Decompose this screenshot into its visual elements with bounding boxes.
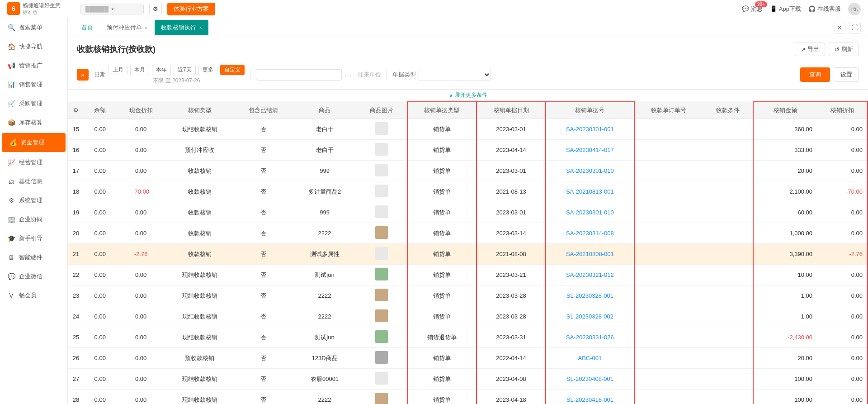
settings-icon[interactable]: ⚙ — [149, 3, 162, 15]
tab-close-window-button[interactable]: ✕ — [834, 22, 845, 33]
bill-no-link[interactable]: SA-20230301-010 — [566, 209, 614, 216]
sidebar-item-quick-nav[interactable]: 🏠 快捷导航 — [0, 37, 67, 56]
product-image — [375, 289, 388, 301]
cell-bill-no[interactable]: SA-20230301-010 — [546, 202, 634, 223]
cell-bill-no[interactable]: SL-20230328-001 — [546, 285, 634, 306]
cell-amount: 3,390.00 — [753, 244, 817, 265]
cell-bill-no[interactable]: SA-20230314-008 — [546, 223, 634, 244]
bill-no-link[interactable]: SA-20230301-001 — [566, 126, 614, 133]
cell-balance: 0.00 — [84, 119, 116, 140]
th-amount: 核销金额 — [753, 102, 817, 119]
tab2-close-icon[interactable]: × — [199, 25, 202, 30]
bill-no-link[interactable]: SA-20210813-001 — [566, 188, 614, 195]
date-7days-btn[interactable]: 近7天 — [174, 65, 196, 75]
refresh-button[interactable]: ↺ 刷新 — [829, 43, 859, 56]
tab-writeoff[interactable]: 收款核销执行 × — [155, 20, 208, 35]
user-avatar[interactable]: Rit — [848, 3, 861, 15]
industry-button[interactable]: 体验行业方案 — [167, 3, 215, 15]
bill-no-link[interactable]: SA-20230321-012 — [566, 271, 614, 278]
date-this-month-btn[interactable]: 本月 — [130, 65, 149, 75]
cell-payment-terms — [703, 244, 753, 265]
cell-product: 123D商品 — [292, 348, 356, 369]
bill-no-link[interactable]: SA-20230414-017 — [566, 147, 614, 153]
table-row: 16 0.00 0.00 预付冲应收 否 老白干 销货单 2023-04-14 … — [68, 140, 868, 161]
tab-home[interactable]: 首页 — [75, 20, 99, 35]
sidebar-item-system[interactable]: ⚙ 系统管理 — [0, 191, 67, 210]
cell-product: 测试多属性 — [292, 244, 356, 265]
expand-more-bar: ∨ 展开更多条件 — [68, 90, 868, 101]
sidebar-item-operations[interactable]: 📈 经营管理 — [0, 153, 67, 172]
sidebar-item-purchase[interactable]: 🛒 采购管理 — [0, 94, 67, 113]
inventory-icon: 📦 — [7, 119, 15, 127]
date-last-month-btn[interactable]: 上月 — [108, 65, 127, 75]
bill-type-select[interactable] — [419, 69, 491, 81]
cell-bill-type: 销货单 — [407, 223, 476, 244]
bill-no-link[interactable]: SL-20230328-002 — [566, 313, 613, 320]
sidebar-item-finance[interactable]: 💰 资金管理 — [2, 133, 66, 152]
date-this-year-btn[interactable]: 本年 — [152, 65, 171, 75]
tab-prepay[interactable]: 预付冲应付单 × — [100, 20, 154, 35]
sidebar-item-member[interactable]: V 畅会员 — [0, 286, 67, 305]
bill-no-link[interactable]: SA-20230331-026 — [566, 334, 614, 341]
table-row: 17 0.00 0.00 收款核销 否 999 销货单 2023-03-01 S… — [68, 161, 868, 181]
sidebar-item-wechat[interactable]: 💬 企业微信 — [0, 267, 67, 286]
sidebar-item-search[interactable]: 🔍 搜索菜单 — [0, 18, 67, 37]
date-custom-btn[interactable]: 自定义 — [220, 65, 245, 75]
sidebar-item-guide[interactable]: 🎓 新手引导 — [0, 229, 67, 248]
cell-amount: 1.00 — [753, 306, 817, 327]
sidebar-item-enterprise[interactable]: 🏢 企业协同 — [0, 210, 67, 229]
app-icon: 📱 — [770, 5, 777, 12]
cell-bill-no[interactable]: SL-20230418-001 — [546, 390, 634, 404]
top-bar-right: 💬 消息 99+ 📱 App下载 🎧 在线客服 Rit — [742, 3, 861, 15]
sidebar-item-inventory[interactable]: 📦 库存核算 — [0, 113, 67, 132]
query-button[interactable]: 查询 — [800, 67, 830, 82]
cell-bill-no[interactable]: SL-20230408-001 — [546, 369, 634, 390]
date-more-btn[interactable]: 更多 — [198, 65, 217, 75]
cell-included: 否 — [234, 285, 292, 306]
app-download-button[interactable]: 📱 App下载 — [770, 5, 801, 13]
cell-bill-no[interactable]: SA-20230414-017 — [546, 140, 634, 161]
cell-bill-no[interactable]: ABC-001 — [546, 348, 634, 369]
bill-no-link[interactable]: SL-20230408-001 — [566, 375, 613, 382]
cell-payment-terms — [703, 223, 753, 244]
export-button[interactable]: ↗ 导出 — [795, 43, 825, 56]
sidebar-item-basic[interactable]: 🗂 基础信息 — [0, 172, 67, 191]
bill-no-link[interactable]: SA-20230301-010 — [566, 167, 614, 174]
cell-bill-no[interactable]: SA-20230331-026 — [546, 327, 634, 348]
cell-discount: 0.00 — [817, 140, 868, 161]
cell-product-img — [357, 119, 407, 140]
bill-no-link[interactable]: ABC-001 — [578, 355, 602, 361]
sidebar-item-marketing[interactable]: 📢 营销推广 — [0, 56, 67, 75]
cell-bill-no[interactable]: SA-20230301-001 — [546, 119, 634, 140]
cell-bill-no[interactable]: SL-20230328-002 — [546, 306, 634, 327]
product-image — [375, 205, 388, 218]
org-selector[interactable]: ██████ ▼ — [80, 4, 144, 14]
bill-no-link[interactable]: SA-20210808-001 — [566, 251, 614, 257]
filter-bar: » 日期 上月 本月 本年 近7天 更多 自定义 不限 至 2023-07-26 — [68, 60, 868, 90]
home-icon: 🏠 — [7, 43, 15, 51]
tab1-close-icon[interactable]: × — [145, 25, 147, 30]
sidebar-item-sales[interactable]: 📊 销售管理 — [0, 75, 67, 94]
sidebar-item-hardware[interactable]: 🖥 智能硬件 — [0, 248, 67, 267]
customer-input[interactable] — [256, 69, 342, 81]
cell-bill-no[interactable]: SA-20210813-001 — [546, 181, 634, 202]
bill-no-link[interactable]: SA-20230314-008 — [566, 230, 614, 237]
expand-more-button[interactable]: ∨ 展开更多条件 — [444, 90, 492, 101]
filter-divider-1 — [250, 69, 250, 80]
export-icon: ↗ — [801, 46, 806, 53]
cell-bill-no[interactable]: SA-20210808-001 — [546, 244, 634, 265]
th-bill-date: 核销单据日期 — [476, 102, 546, 119]
cell-discount: 0.00 — [817, 390, 868, 404]
bill-no-link[interactable]: SL-20230328-001 — [566, 292, 613, 299]
cell-bill-no[interactable]: SA-20230321-012 — [546, 265, 634, 285]
cell-bill-no[interactable]: SA-20230301-010 — [546, 161, 634, 181]
settings-button[interactable]: 设置 — [834, 67, 859, 82]
th-product-img: 商品图片 — [357, 102, 407, 119]
tab-expand-button[interactable]: ⛶ — [849, 22, 861, 33]
bill-no-link[interactable]: SL-20230418-001 — [566, 396, 613, 403]
filter-expand-button[interactable]: » — [77, 69, 89, 81]
message-button[interactable]: 💬 消息 99+ — [742, 5, 763, 13]
cell-amount: 1.00 — [753, 285, 817, 306]
th-settings[interactable]: ⚙ — [68, 102, 84, 119]
online-service-button[interactable]: 🎧 在线客服 — [808, 5, 841, 13]
